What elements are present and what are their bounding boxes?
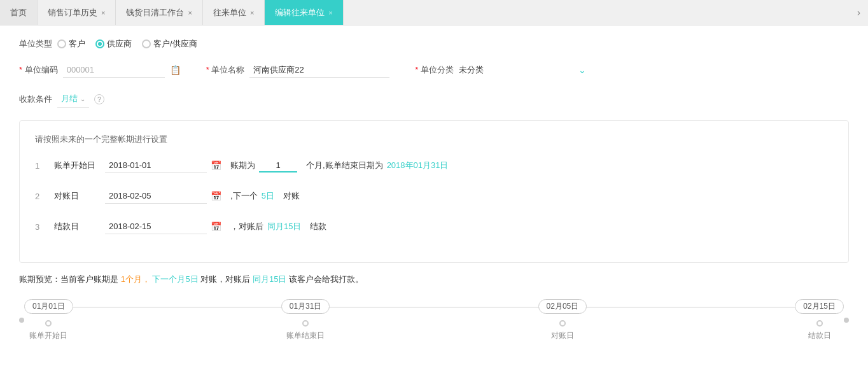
- row-3-date-input[interactable]: [105, 219, 207, 234]
- settings-box: 请按照未来的一个完整帐期进行设置 1 账单开始日 📅 账期为 个月,账单结束日期…: [19, 120, 849, 263]
- row-1-value: 📅 账期为 个月,账单结束日期为 2018年01月31日: [105, 158, 448, 173]
- tab-cash-work-close[interactable]: ×: [188, 9, 192, 17]
- unit-type-row: 单位类型 客户 供应商 客户/供应商: [19, 38, 849, 50]
- preview-part2: 下一个月5日: [152, 274, 198, 284]
- radio-supplier-label: 供应商: [107, 38, 132, 50]
- row-2-date-input[interactable]: [105, 188, 207, 204]
- classify-arrow-icon: ⌄: [578, 65, 586, 75]
- row-3-label: 结款日: [54, 221, 105, 232]
- unit-code-label: 单位编码: [19, 64, 58, 76]
- tab-cash-work[interactable]: 钱货日清工作台 ×: [116, 0, 202, 25]
- timeline-label-1: 账单结束日: [286, 330, 325, 341]
- tab-partner[interactable]: 往来单位 ×: [203, 0, 265, 25]
- payment-terms-row: 收款条件 月结 ⌄ ?: [19, 90, 849, 108]
- setting-row-2: 2 对账日 📅 ,下一个 5日 对账: [35, 188, 833, 204]
- timeline-inner: 01月01日 账单开始日 01月31日 账单结束日 02月05日 对账日 02月…: [24, 299, 844, 341]
- tab-more-button[interactable]: ›: [850, 0, 868, 25]
- timeline-date-2: 02月05日: [538, 299, 587, 314]
- row-2-cal-icon[interactable]: 📅: [211, 191, 221, 201]
- preview-text: 账期预览：当前客户账期是 1个月， 下一个月5日 对账，对账后 同月15日 该客…: [19, 273, 849, 286]
- radio-customer-circle: [57, 39, 66, 48]
- setting-row-3: 3 结款日 📅 ，对账后 同月15日 结款: [35, 219, 833, 234]
- tab-sales-history-label: 销售订单历史: [48, 7, 97, 18]
- tab-sales-history[interactable]: 销售订单历史 ×: [38, 0, 116, 25]
- unit-classify-value: 未分类: [459, 64, 575, 76]
- tab-edit-partner[interactable]: 编辑往来单位 ×: [265, 0, 343, 25]
- timeline-point-3: 02月15日 结款日: [795, 299, 844, 341]
- settings-title: 请按照未来的一个完整帐期进行设置: [35, 134, 833, 145]
- row-1-cal-icon[interactable]: 📅: [211, 160, 221, 171]
- row-3-cal-icon[interactable]: 📅: [211, 222, 221, 232]
- row-2-label: 对账日: [54, 190, 105, 202]
- preview-part1: 1个月，: [121, 274, 150, 284]
- period-input[interactable]: [259, 159, 297, 172]
- unit-code-item: 单位编码 📋: [19, 62, 181, 78]
- unit-type-label: 单位类型: [19, 38, 52, 50]
- tab-sales-history-close[interactable]: ×: [101, 9, 105, 17]
- timeline-points: 01月01日 账单开始日 01月31日 账单结束日 02月05日 对账日 02月…: [24, 299, 844, 341]
- timeline-dot-3: [816, 320, 823, 327]
- row-3-highlight: 同月15日: [267, 221, 301, 232]
- unit-code-input[interactable]: [63, 62, 165, 78]
- unit-name-input[interactable]: [249, 62, 389, 78]
- row-1-date-input[interactable]: [105, 158, 207, 173]
- payment-terms-label: 收款条件: [19, 94, 52, 105]
- timeline-date-3: 02月15日: [795, 299, 844, 314]
- unit-classify-item: 单位分类 未分类 ⌄: [415, 64, 586, 76]
- payment-terms-item: 收款条件 月结 ⌄ ?: [19, 90, 104, 108]
- timeline-date-0: 01月01日: [24, 299, 73, 314]
- radio-supplier-circle: [95, 39, 104, 48]
- payment-terms-arrow-icon: ⌄: [80, 95, 85, 102]
- radio-both-circle: [142, 39, 151, 48]
- row-3-prefix: ，对账后: [230, 221, 263, 232]
- timeline-point-0: 01月01日 账单开始日: [24, 299, 73, 341]
- unit-type-item: 单位类型 客户 供应商 客户/供应商: [19, 38, 197, 50]
- tab-edit-partner-close[interactable]: ×: [328, 9, 332, 17]
- radio-both[interactable]: 客户/供应商: [142, 38, 197, 50]
- preview-part4: 同月15日: [253, 274, 286, 284]
- tab-cash-work-label: 钱货日清工作台: [126, 7, 184, 18]
- row-3-num: 3: [35, 222, 54, 232]
- row-1-num: 1: [35, 161, 54, 171]
- unit-classify-dropdown[interactable]: 未分类 ⌄: [459, 64, 586, 76]
- unit-classify-label: 单位分类: [415, 64, 454, 76]
- row-1-suffix-after: 个月,账单结束日期为: [306, 160, 383, 171]
- timeline-point-2: 02月05日 对账日: [538, 299, 587, 341]
- code-name-classify-row: 单位编码 📋 单位名称 单位分类 未分类 ⌄: [19, 62, 849, 78]
- preview-label: 账期预览：当前客户账期是: [19, 274, 118, 284]
- row-3-value: 📅 ，对账后 同月15日 结款: [105, 219, 326, 234]
- row-2-value: 📅 ,下一个 5日 对账: [105, 188, 300, 204]
- payment-terms-value: 月结: [61, 93, 78, 104]
- row-2-highlight: 5日: [262, 190, 274, 202]
- preview-part5: 该客户会给我打款。: [289, 274, 363, 284]
- tab-bar: 首页 销售订单历史 × 钱货日清工作台 × 往来单位 × 编辑往来单位 × ›: [0, 0, 868, 25]
- tab-edit-partner-label: 编辑往来单位: [275, 7, 325, 18]
- timeline-label-3: 结款日: [808, 330, 831, 341]
- radio-customer-label: 客户: [69, 38, 85, 50]
- unit-type-radio-group: 客户 供应商 客户/供应商: [57, 38, 197, 50]
- row-2-num: 2: [35, 192, 54, 201]
- radio-supplier[interactable]: 供应商: [95, 38, 132, 50]
- radio-both-label: 客户/供应商: [153, 38, 197, 50]
- unit-name-item: 单位名称: [206, 62, 390, 78]
- radio-customer[interactable]: 客户: [57, 38, 85, 50]
- tab-home[interactable]: 首页: [0, 0, 38, 25]
- payment-terms-dropdown[interactable]: 月结 ⌄: [57, 90, 89, 108]
- tab-partner-label: 往来单位: [213, 7, 246, 18]
- timeline-label-0: 账单开始日: [29, 330, 67, 341]
- row-3-suffix: 结款: [310, 221, 326, 232]
- row-2-suffix: 对账: [283, 190, 300, 202]
- timeline-left-dot: [19, 318, 24, 323]
- timeline-dot-2: [559, 320, 566, 327]
- row-1-label: 账单开始日: [54, 160, 105, 171]
- timeline-date-1: 01月31日: [281, 299, 330, 314]
- page-content: 单位类型 客户 供应商 客户/供应商 单位编码 📋: [0, 25, 868, 387]
- help-icon[interactable]: ?: [94, 94, 104, 104]
- unit-code-icon[interactable]: 📋: [170, 65, 181, 75]
- row-2-prefix: ,下一个: [230, 190, 258, 202]
- timeline-right-dot: [844, 318, 849, 323]
- tab-partner-close[interactable]: ×: [250, 9, 254, 17]
- timeline: 01月01日 账单开始日 01月31日 账单结束日 02月05日 对账日 02月…: [19, 299, 849, 341]
- unit-name-label: 单位名称: [206, 64, 245, 76]
- timeline-point-1: 01月31日 账单结束日: [281, 299, 330, 341]
